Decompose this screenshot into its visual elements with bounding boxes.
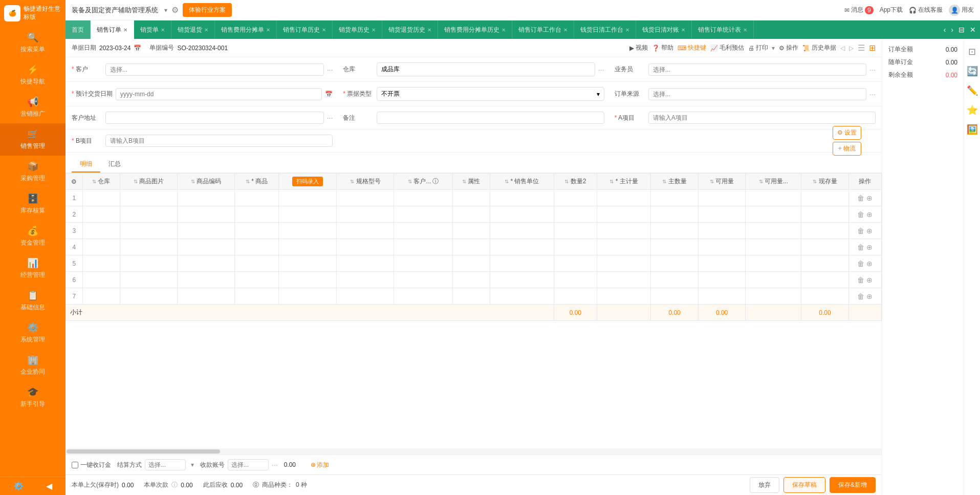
solution-btn[interactable]: 体验行业方案 — [183, 3, 232, 17]
order-source-more-btn[interactable]: ··· — [869, 90, 876, 98]
b-project-input[interactable] — [105, 135, 333, 147]
tab-return-history[interactable]: 销货退货历史 ✕ — [382, 20, 438, 39]
collapse-btn[interactable]: ◀ — [46, 481, 52, 491]
row-delete-btn[interactable]: 🗑 — [857, 260, 864, 268]
close-tab-expense-history[interactable]: ✕ — [502, 27, 506, 33]
sidebar-item-base-info[interactable]: 📋 基础信息 — [0, 285, 66, 317]
sidebar-item-finance[interactable]: 💰 资金管理 — [0, 220, 66, 252]
tab-close-all-btn[interactable]: ✕ — [968, 26, 978, 34]
tab-sales-invoice[interactable]: 销货单 ✕ — [134, 20, 171, 39]
delivery-calendar-icon[interactable]: 📅 — [325, 91, 333, 98]
right-icon-4[interactable]: 🖼️ — [967, 121, 978, 138]
preview-btn[interactable]: ▶ 视频 — [629, 44, 648, 52]
pager-next-btn[interactable]: ▷ — [849, 45, 854, 52]
col-scan[interactable]: 扫码录入 — [278, 174, 336, 190]
close-tab-return-history[interactable]: ✕ — [427, 27, 431, 33]
sidebar-item-enterprise[interactable]: 🏢 企业协同 — [0, 349, 66, 381]
invoice-type-select[interactable]: 不开票 ▾ — [377, 87, 604, 101]
warehouse-more-btn[interactable]: ··· — [598, 66, 604, 74]
col-attribute[interactable]: ⇅ 属性 — [452, 174, 490, 190]
col-spec[interactable]: ⇅ 规格型号 — [337, 174, 394, 190]
row-copy-btn[interactable]: ⊕ — [866, 276, 873, 284]
row-copy-btn[interactable]: ⊕ — [866, 292, 873, 300]
system-title-arrow[interactable]: ▾ — [164, 7, 167, 14]
add-goods-float-btn[interactable]: + 物流 — [833, 142, 861, 156]
a-project-input[interactable] — [648, 112, 876, 124]
detail-tab-huizong[interactable]: 汇总 — [100, 157, 129, 173]
col-sales-unit[interactable]: ⇅ * 销售单位 — [490, 174, 554, 190]
add-btn[interactable]: ⊕ 添加 — [311, 461, 329, 469]
one-click-checkbox-label[interactable]: 一键收订金 — [72, 461, 111, 469]
this-down-help-icon[interactable]: ⓘ — [171, 481, 178, 489]
sidebar-item-inventory[interactable]: 🗄️ 库存核算 — [0, 188, 66, 220]
col-main-qty[interactable]: ⇅ 主数量 — [651, 174, 699, 190]
col-product-image[interactable]: ⇅ 商品图片 — [120, 174, 177, 190]
tab-sales-order-history[interactable]: 销售订单历史 ✕ — [277, 20, 333, 39]
close-tab-cash-workbench[interactable]: ✕ — [625, 27, 629, 33]
sidebar-item-system[interactable]: ⚙️ 系统管理 — [0, 317, 66, 349]
row-delete-btn[interactable]: 🗑 — [857, 194, 864, 202]
settings-float-btn[interactable]: ⚙ 设置 — [833, 126, 861, 140]
save-draft-btn[interactable]: 保存草稿 — [783, 477, 825, 493]
address-more-btn[interactable]: ··· — [327, 114, 333, 122]
close-tab-cash-reconcile[interactable]: ✕ — [681, 27, 685, 33]
app-download-btn[interactable]: App下载 — [880, 6, 903, 14]
sidebar-item-guide[interactable]: 🎓 新手引导 — [0, 381, 66, 414]
sidebar-item-marketing[interactable]: 📢 营销推广 — [0, 91, 66, 123]
close-tab-so-stats[interactable]: ✕ — [743, 27, 747, 33]
tab-sales-order[interactable]: 销售订单 ✕ — [91, 20, 134, 39]
col-main-unit[interactable]: ⇅ * 主计量 — [597, 174, 651, 190]
payment-method-input[interactable] — [145, 459, 186, 470]
col-product-code[interactable]: ⇅ 商品编码 — [177, 174, 234, 190]
tab-expense-history[interactable]: 销售费用分摊单历史 ✕ — [438, 20, 512, 39]
scan-entry-btn[interactable]: 扫码录入 — [292, 177, 323, 186]
right-icon-1[interactable]: 🔄 — [967, 62, 978, 80]
row-copy-btn[interactable]: ⊕ — [866, 210, 873, 219]
scrollbar-thumb[interactable] — [67, 449, 220, 454]
col-available[interactable]: ⇅ 可用量 — [698, 174, 746, 190]
tab-invoice-history[interactable]: 销货单历史 ✕ — [333, 20, 382, 39]
col-qty2[interactable]: ⇅ 数量2 — [554, 174, 597, 190]
address-input[interactable] — [105, 112, 324, 124]
save-new-btn[interactable]: 保存&新增 — [830, 477, 876, 493]
tab-menu-btn[interactable]: ⊟ — [956, 26, 967, 34]
discard-btn[interactable]: 放弃 — [750, 477, 779, 493]
print-btn[interactable]: 🖨 打印 ▾ — [748, 44, 775, 52]
user-avatar[interactable]: 👤 用友 — [949, 5, 974, 16]
sidebar-item-search[interactable]: 🔍 搜索菜单 — [0, 27, 66, 59]
tab-prev-btn[interactable]: ‹ — [942, 26, 948, 34]
pager-prev-btn[interactable]: ◁ — [840, 45, 845, 52]
row-delete-btn[interactable]: 🗑 — [857, 210, 864, 219]
col-settings[interactable]: ⚙ — [66, 174, 83, 190]
tab-sales-expense[interactable]: 销售费用分摊单 ✕ — [215, 20, 277, 39]
row-delete-btn[interactable]: 🗑 — [857, 227, 864, 235]
payment-dropdown-icon[interactable]: ▾ — [191, 461, 194, 468]
online-service-btn[interactable]: 🎧 在线客服 — [909, 6, 943, 14]
sidebar-item-quick-nav[interactable]: ⚡ 快捷导航 — [0, 59, 66, 91]
customer-input[interactable] — [105, 63, 324, 76]
help-btn[interactable]: ❓ 帮助 — [652, 44, 673, 52]
settings-icon[interactable]: ⚙ — [171, 5, 179, 15]
sidebar-item-purchase[interactable]: 📦 采购管理 — [0, 156, 66, 188]
tab-cash-reconcile[interactable]: 钱货日清对账 ✕ — [636, 20, 692, 39]
close-tab-sales-return[interactable]: ✕ — [204, 27, 208, 33]
order-source-input[interactable] — [648, 88, 867, 100]
notes-input[interactable] — [377, 112, 604, 124]
row-delete-btn[interactable]: 🗑 — [857, 276, 864, 284]
col-available2[interactable]: ⇅ 可用量... — [746, 174, 801, 190]
row-copy-btn[interactable]: ⊕ — [866, 260, 873, 268]
close-tab-sales-order[interactable]: ✕ — [123, 27, 127, 33]
right-icon-0[interactable]: ⊡ — [968, 43, 976, 60]
sidebar-item-sales[interactable]: 🛒 销售管理 — [0, 123, 66, 156]
row-copy-btn[interactable]: ⊕ — [866, 243, 873, 251]
row-delete-btn[interactable]: 🗑 — [857, 243, 864, 251]
row-copy-btn[interactable]: ⊕ — [866, 227, 873, 235]
horizontal-scrollbar[interactable] — [66, 448, 882, 455]
warehouse-select[interactable]: 成品库 — [377, 62, 595, 76]
right-icon-3[interactable]: ⭐ — [967, 101, 978, 119]
profit-btn[interactable]: 📈 毛利预估 — [710, 44, 744, 52]
delivery-date-input[interactable] — [116, 88, 322, 100]
one-click-checkbox[interactable] — [72, 462, 78, 468]
history-btn[interactable]: 📜 历史单据 — [802, 44, 836, 52]
tab-next-btn[interactable]: › — [949, 26, 955, 34]
